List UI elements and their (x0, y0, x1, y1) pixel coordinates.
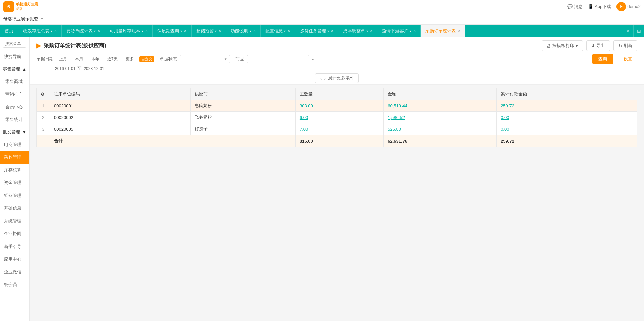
filter-row1: 单据日期 上月 本月 本年 近7天 更多 自定义 单据状态 (36, 54, 637, 64)
tab-close-icon[interactable]: × (219, 29, 221, 33)
tab-close-icon[interactable]: × (253, 29, 256, 33)
page-actions: 🖨 按模板打印 ▾ ⬇ 导出 ↻ 刷新 (542, 40, 637, 51)
sidebar-item-ecommerce[interactable]: 电商管理 (0, 138, 29, 151)
sidebar-item-wholesale[interactable]: 批发管理 ▼ (0, 126, 29, 138)
nav-tabs-end: ✕ ⊞ (623, 25, 644, 37)
user-area[interactable]: E demo2 (616, 2, 641, 11)
th-supplier: 供应商 (190, 88, 295, 100)
settings-button[interactable]: 设置 (619, 54, 637, 64)
sidebar-item-operations[interactable]: 经营管理 (0, 189, 29, 202)
tab-chengben[interactable]: 成本调整单 ▾ × (338, 25, 377, 37)
tab-arrow-icon: ▾ (180, 29, 182, 33)
th-settings[interactable]: ⚙ (37, 88, 50, 100)
sidebar-item-member2[interactable]: 畅会员 (0, 278, 29, 291)
print-button[interactable]: 🖨 按模板打印 ▾ (542, 40, 583, 51)
tab-expand-button[interactable]: ⊞ (633, 25, 644, 37)
avatar: E (616, 2, 626, 11)
sidebar-item-basics[interactable]: 基础信息 (0, 202, 29, 215)
search-input[interactable] (3, 40, 26, 48)
sidebar-item-purchase[interactable]: 采购管理 (0, 151, 29, 164)
tab-invite[interactable]: 邀请下游客户 ▾ × (377, 25, 421, 37)
goods-more-icon[interactable]: ··· (312, 57, 316, 62)
date-range-display: 2016-01-01 至 2023-12-31 (36, 66, 637, 71)
tab-close-icon[interactable]: × (370, 29, 372, 33)
logo-area: 6 畅捷通好生意 标版 (3, 1, 38, 12)
app-download-button[interactable]: 📱 App下载 (588, 4, 611, 10)
cell-supplier: 好孩子 (190, 123, 295, 135)
goods-filter-group: 商品 ··· (235, 55, 316, 63)
tab-yaohuo[interactable]: 要货单统计表 ▾ × (62, 25, 105, 37)
export-button[interactable]: ⬇ 导出 (586, 40, 610, 51)
sidebar-item-newbie[interactable]: 新手引导 (0, 240, 29, 253)
cell-code: 00020005 (50, 123, 191, 135)
tab-gongneng[interactable]: 功能说明 ▾ × (226, 25, 261, 37)
refresh-button[interactable]: ↻ 刷新 (613, 40, 637, 51)
cell-code: 00020001 (50, 100, 191, 112)
tab-close-icon[interactable]: × (288, 29, 290, 33)
shortcut-this-year[interactable]: 本年 (89, 56, 102, 63)
tab-close-icon[interactable]: × (98, 29, 100, 33)
row-num: 1 (37, 100, 50, 112)
tab-close-icon[interactable]: × (54, 29, 57, 33)
tab-peizhi[interactable]: 配置信息 ▾ × (261, 25, 295, 37)
query-button[interactable]: 查询 (592, 54, 613, 64)
cell-paid: 0.00 (497, 112, 637, 123)
tab-kuyong[interactable]: 可用量库存账本 ▾ × (105, 25, 153, 37)
status-select[interactable] (180, 55, 230, 63)
tab-baozhi[interactable]: 保质期查询 ▾ × (153, 25, 192, 37)
cell-amount: 1,586.52 (384, 112, 497, 123)
sidebar-item-finance[interactable]: 资金管理 (0, 176, 29, 189)
sidebar-item-retail-stats[interactable]: 零售统计 (0, 113, 29, 126)
refresh-icon: ↻ (619, 43, 622, 48)
tab-close-icon[interactable]: × (331, 29, 333, 33)
sidebar-item-wechat[interactable]: 企业微信 (0, 266, 29, 278)
expand-button[interactable]: ⌄⌄ 展开更多条件 (315, 73, 359, 83)
sidebar-item-system[interactable]: 系统管理 (0, 215, 29, 227)
sidebar-item-retail-shop[interactable]: 零售商城 (0, 75, 29, 88)
tab-jianhuo[interactable]: 拣货任务管理 ▾ × (295, 25, 338, 37)
tab-purchase-order[interactable]: 采购订单统计表 × (421, 25, 465, 37)
tab-close-icon[interactable]: × (184, 29, 186, 33)
tab-chaochu[interactable]: 超储预警 ▾ × (192, 25, 226, 37)
tab-close-icon[interactable]: × (413, 29, 416, 33)
sidebar-toggle-button[interactable]: ▶ (36, 42, 41, 49)
top-bar-left: 6 畅捷通好生意 标版 (3, 1, 38, 12)
sidebar-item-enterprise[interactable]: 企业协同 (0, 227, 29, 240)
shortcut-this-month[interactable]: 本月 (72, 56, 86, 63)
phone-icon: 📱 (588, 4, 593, 9)
status-label: 单据状态 (160, 56, 177, 62)
date-to: 2023-12-31 (84, 66, 104, 71)
sidebar-item-appstore[interactable]: 应用中心 (0, 253, 29, 266)
table-row: 2 00020002 飞鹤奶粉 6.00 1,586.52 0.00 (37, 112, 637, 123)
sidebar-item-retail-mgmt[interactable]: 零售管理 ▲ (0, 63, 29, 75)
tab-arrow-icon: ▾ (327, 29, 329, 33)
tab-home[interactable]: 首页 (0, 25, 18, 37)
cell-supplier: 惠氏奶粉 (190, 100, 295, 112)
sidebar-item-member[interactable]: 会员中心 (0, 101, 29, 113)
workspace-selector[interactable]: 母婴行业演示账套 ▼ (3, 16, 44, 22)
tab-arrow-icon: ▾ (366, 29, 368, 33)
shortcut-more[interactable]: 更多 (123, 56, 137, 63)
shortcut-7days[interactable]: 近7天 (105, 56, 120, 63)
tab-close-icon[interactable]: × (145, 29, 148, 33)
page-title: 采购订单统计表(按供应商) (44, 42, 106, 49)
main-layout: 快捷导航 零售管理 ▲ 零售商城 营销推广 会员中心 零售统计 批发管理 ▼ (0, 37, 644, 321)
cell-qty: 7.00 (295, 123, 383, 135)
cell-paid: 259.72 (497, 100, 637, 112)
message-button[interactable]: 💬 消息 (567, 4, 583, 10)
sidebar-item-quick-nav[interactable]: 快捷导航 (0, 50, 29, 63)
tab-shoufacun[interactable]: 收发存汇总表 ▾ × (18, 25, 62, 37)
print-arrow-icon: ▾ (576, 43, 578, 48)
top-bar-right: 💬 消息 📱 App下载 E demo2 (567, 2, 641, 11)
custom-date-tag[interactable]: 自定义 (139, 56, 154, 62)
tab-arrow-icon: ▾ (250, 29, 251, 33)
goods-input[interactable] (247, 55, 309, 63)
cell-qty: 303.00 (295, 100, 383, 112)
shortcut-last-month[interactable]: 上月 (56, 56, 70, 63)
sidebar-item-marketing[interactable]: 营销推广 (0, 88, 29, 101)
tab-arrow-icon: ▾ (142, 29, 143, 33)
tab-close-icon[interactable]: × (458, 29, 460, 33)
tab-arrow-icon: ▾ (215, 29, 217, 33)
sidebar-item-inventory[interactable]: 库存核算 (0, 164, 29, 176)
tab-close-all-button[interactable]: ✕ (623, 25, 633, 37)
